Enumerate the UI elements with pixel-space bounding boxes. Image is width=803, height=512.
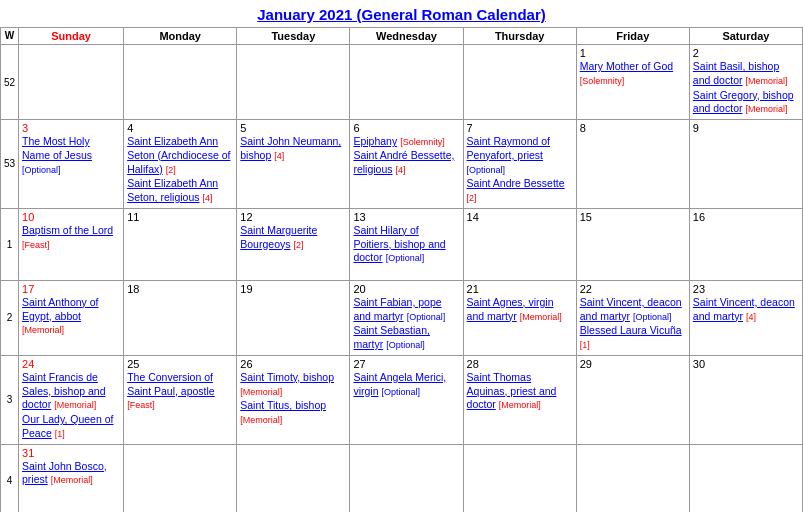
saint-link[interactable]: Saint Elizabeth Ann Seton (Archdiocese o… xyxy=(127,135,230,175)
calendar-entry: Saint Andre Bessette [2] xyxy=(467,177,573,205)
calendar-entry: Saint Angela Merici, virgin [Optional] xyxy=(353,371,459,399)
day-number: 14 xyxy=(467,211,573,223)
week-number: 53 xyxy=(1,120,19,209)
saint-link[interactable]: The Conversion of Saint Paul, apostle xyxy=(127,371,215,397)
calendar-entry: Saint Elizabeth Ann Seton, religious [4] xyxy=(127,177,233,205)
saint-link[interactable]: Saint Raymond of Penyafort, priest xyxy=(467,135,550,161)
saint-link[interactable]: Our Lady, Queen of Peace xyxy=(22,413,113,439)
saint-link[interactable]: Mary Mother of God xyxy=(580,60,673,72)
calendar-cell xyxy=(576,444,689,512)
calendar-cell: 16 xyxy=(689,208,802,280)
feast-badge: [4] xyxy=(746,312,756,322)
calendar-entry: Saint Vincent, deacon and martyr [Option… xyxy=(580,296,686,324)
saint-link[interactable]: Saint Vincent, deacon and martyr xyxy=(693,296,795,322)
calendar-entry: Saint John Neumann, bishop [4] xyxy=(240,135,346,163)
saint-link[interactable]: Saint Anthony of Egypt, abbot xyxy=(22,296,98,322)
calendar-cell: 18 xyxy=(124,280,237,355)
day-number: 12 xyxy=(240,211,346,223)
calendar-cell: 13Saint Hilary of Poitiers, bishop and d… xyxy=(350,208,463,280)
day-number: 3 xyxy=(22,122,120,134)
calendar-entry: Saint Titus, bishop [Memorial] xyxy=(240,399,346,427)
calendar-entry: Blessed Laura Vicuña [1] xyxy=(580,324,686,352)
calendar-cell: 21Saint Agnes, virgin and martyr [Memori… xyxy=(463,280,576,355)
saint-link[interactable]: Saint Marguerite Bourgeoys xyxy=(240,224,317,250)
calendar-cell: 23Saint Vincent, deacon and martyr [4] xyxy=(689,280,802,355)
calendar-cell xyxy=(124,45,237,120)
feast-badge: [Optional] xyxy=(407,312,446,322)
calendar-row: 431Saint John Bosco, priest [Memorial] xyxy=(1,444,803,512)
calendar-row: 217Saint Anthony of Egypt, abbot [Memori… xyxy=(1,280,803,355)
calendar-cell: 22Saint Vincent, deacon and martyr [Opti… xyxy=(576,280,689,355)
day-number: 25 xyxy=(127,358,233,370)
calendar-entry: Saint Marguerite Bourgeoys [2] xyxy=(240,224,346,252)
day-number: 8 xyxy=(580,122,686,134)
calendar-entry: Saint Francis de Sales, bishop and docto… xyxy=(22,371,120,412)
day-number: 29 xyxy=(580,358,686,370)
calendar-cell: 1Mary Mother of God [Solemnity] xyxy=(576,45,689,120)
calendar-cell: 2Saint Basil, bishop and doctor [Memoria… xyxy=(689,45,802,120)
feast-badge: [Optional] xyxy=(467,165,506,175)
week-header: W xyxy=(1,28,19,45)
feast-badge: [1] xyxy=(55,429,65,439)
feast-badge: [Optional] xyxy=(386,340,425,350)
calendar-cell: 7Saint Raymond of Penyafort, priest [Opt… xyxy=(463,120,576,209)
feast-badge: [4] xyxy=(274,151,284,161)
day-number: 6 xyxy=(353,122,459,134)
tuesday-header: Tuesday xyxy=(237,28,350,45)
calendar-cell: 30 xyxy=(689,355,802,444)
feast-badge: [Memorial] xyxy=(746,104,788,114)
calendar-cell xyxy=(19,45,124,120)
saint-link[interactable]: Saint John Neumann, bishop xyxy=(240,135,341,161)
calendar-cell: 10Baptism of the Lord [Feast] xyxy=(19,208,124,280)
feast-badge: [Feast] xyxy=(22,240,50,250)
calendar-body: 521Mary Mother of God [Solemnity]2Saint … xyxy=(1,45,803,513)
calendar-entry: Saint Sebastian, martyr [Optional] xyxy=(353,324,459,352)
calendar-cell: 29 xyxy=(576,355,689,444)
saint-link[interactable]: Blessed Laura Vicuña xyxy=(580,324,682,336)
feast-badge: [1] xyxy=(580,340,590,350)
feast-badge: [Solemnity] xyxy=(400,137,445,147)
calendar-header-row: W Sunday Monday Tuesday Wednesday Thursd… xyxy=(1,28,803,45)
calendar-cell xyxy=(350,444,463,512)
feast-badge: [Memorial] xyxy=(51,475,93,485)
calendar-entry: Saint Raymond of Penyafort, priest [Opti… xyxy=(467,135,573,176)
saint-link[interactable]: Saint Titus, bishop xyxy=(240,399,326,411)
day-number: 1 xyxy=(580,47,686,59)
day-number: 30 xyxy=(693,358,799,370)
feast-badge: [Solemnity] xyxy=(580,76,625,86)
feast-badge: [Memorial] xyxy=(240,415,282,425)
saint-link[interactable]: Baptism of the Lord xyxy=(22,224,113,236)
day-number: 4 xyxy=(127,122,233,134)
calendar-cell xyxy=(237,45,350,120)
calendar-entry: Saint Anthony of Egypt, abbot [Memorial] xyxy=(22,296,120,337)
saint-link[interactable]: Saint Timoty, bishop xyxy=(240,371,334,383)
saint-link[interactable]: Epiphany xyxy=(353,135,397,147)
calendar-entry: Saint Agnes, virgin and martyr [Memorial… xyxy=(467,296,573,324)
thursday-header: Thursday xyxy=(463,28,576,45)
day-number: 20 xyxy=(353,283,459,295)
saint-link[interactable]: The Most Holy Name of Jesus xyxy=(22,135,92,161)
calendar-row: 533The Most Holy Name of Jesus [Optional… xyxy=(1,120,803,209)
calendar-table: W Sunday Monday Tuesday Wednesday Thursd… xyxy=(0,27,803,512)
feast-badge: [Memorial] xyxy=(520,312,562,322)
calendar-cell: 5Saint John Neumann, bishop [4] xyxy=(237,120,350,209)
day-number: 7 xyxy=(467,122,573,134)
calendar-cell: 14 xyxy=(463,208,576,280)
sunday-header: Sunday xyxy=(19,28,124,45)
calendar-entry: Saint Hilary of Poitiers, bishop and doc… xyxy=(353,224,459,265)
feast-badge: [Memorial] xyxy=(54,400,96,410)
calendar-entry: Saint John Bosco, priest [Memorial] xyxy=(22,460,120,488)
feast-badge: [2] xyxy=(166,165,176,175)
feast-badge: [2] xyxy=(294,240,304,250)
feast-badge: [Memorial] xyxy=(499,400,541,410)
calendar-cell xyxy=(463,444,576,512)
day-number: 28 xyxy=(467,358,573,370)
calendar-cell: 4Saint Elizabeth Ann Seton (Archdiocese … xyxy=(124,120,237,209)
week-number: 1 xyxy=(1,208,19,280)
calendar-entry: Saint Timoty, bishop [Memorial] xyxy=(240,371,346,399)
feast-badge: [Optional] xyxy=(386,253,425,263)
day-number: 13 xyxy=(353,211,459,223)
wednesday-header: Wednesday xyxy=(350,28,463,45)
day-number: 10 xyxy=(22,211,120,223)
saint-link[interactable]: Saint Andre Bessette xyxy=(467,177,565,189)
